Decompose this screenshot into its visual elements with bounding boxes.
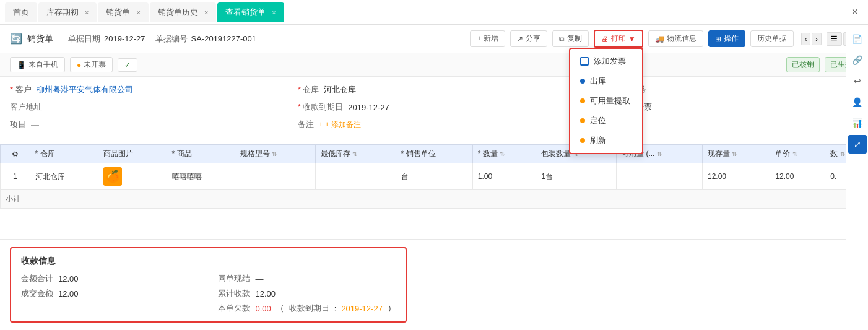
dropdown-out-stock[interactable]: 出库 <box>570 71 642 91</box>
sidebar-user-icon[interactable]: 👤 <box>848 93 867 111</box>
address-label: 客户地址 <box>10 102 42 113</box>
row-pack-qty: 1台 <box>536 163 617 190</box>
sold-badge: 已核销 <box>786 57 820 72</box>
print-button[interactable]: 🖨 打印 ▼ <box>594 30 643 48</box>
dropdown-add-invoice[interactable]: 添加发票 <box>570 51 642 71</box>
same-order-row: 同单现结 — <box>218 273 395 284</box>
row-current-stock: 12.00 <box>702 163 770 190</box>
cumulative-payment-row: 累计收款 12.00 <box>218 288 395 299</box>
tab-view-sales-close[interactable]: × <box>272 9 276 16</box>
payment-info: 收款信息 金额合计 12.00 同单现结 — 成交金额 12.00 累计收款 1… <box>10 247 407 323</box>
not-open-btn[interactable]: ● 未开票 <box>70 57 113 72</box>
locate-label: 定位 <box>590 115 606 126</box>
logistics-icon: 🚚 <box>655 35 664 43</box>
operations-label: 操作 <box>724 33 739 44</box>
add-note-btn[interactable]: + + 添加备注 <box>319 119 361 130</box>
col-unit-price: 单价 ⇅ <box>770 145 825 163</box>
warehouse-label: 仓库 <box>298 84 319 95</box>
tab-sales-history-close[interactable]: × <box>204 9 208 16</box>
from-phone-label: 来自手机 <box>28 59 58 70</box>
new-button[interactable]: + 新增 <box>470 30 505 47</box>
customer-value[interactable]: 柳州粤港平安气体有限公司 <box>37 84 133 95</box>
row-unit-price: 12.00 <box>770 163 825 190</box>
col-warehouse: * 仓库 <box>30 145 98 163</box>
col-product: * 商品 <box>167 145 235 163</box>
col-quantity: * 数量 ⇅ <box>472 145 536 163</box>
tab-view-sales-label: 查看销货单 <box>225 7 266 18</box>
prev-button[interactable]: ‹ <box>801 33 811 45</box>
tab-inventory-init[interactable]: 库存期初 × <box>38 2 97 22</box>
tab-sales-order-close[interactable]: × <box>136 9 140 16</box>
sidebar-chart-icon[interactable]: 📊 <box>848 114 867 132</box>
same-order-value: — <box>255 274 263 284</box>
list-view-btn[interactable]: ☰ <box>827 32 842 46</box>
dropdown-refresh[interactable]: 刷新 <box>570 131 642 150</box>
col-spec-label: 规格型号 <box>240 149 270 158</box>
add-note-icon: + <box>319 120 323 129</box>
due-date-value[interactable]: 2019-12-27 <box>341 304 383 313</box>
product-img-icon: 🍊 <box>106 170 119 183</box>
doc-number-field: 单据编号 SA-20191227-001 <box>155 33 257 45</box>
tab-inventory-init-close[interactable]: × <box>85 9 89 16</box>
dropdown-locate[interactable]: 定位 <box>570 111 642 131</box>
doc-number-label: 单据编号 <box>155 33 188 45</box>
from-phone-btn[interactable]: 📱 来自手机 <box>10 57 65 72</box>
not-open-label: 未开票 <box>84 59 106 70</box>
current-arrears-row: 本单欠款 0.00 （ 收款到期日 : 2019-12-27 ） <box>218 303 395 314</box>
col-spec-sort: ⇅ <box>272 150 277 157</box>
col-warehouse-label: * 仓库 <box>35 149 55 158</box>
row-min-stock <box>315 163 396 190</box>
col-settings[interactable]: ⚙ <box>1 145 30 163</box>
operations-button[interactable]: ⊞ 操作 <box>708 30 745 47</box>
sidebar-link-icon[interactable]: 🔗 <box>848 51 867 69</box>
out-stock-icon <box>580 79 585 84</box>
row-quantity: 1.00 <box>472 163 536 190</box>
print-icon: 🖨 <box>601 35 609 43</box>
next-button[interactable]: › <box>812 33 822 45</box>
print-label: 打印 <box>611 33 626 44</box>
address-value: — <box>47 103 55 112</box>
total-amount-value: 12.00 <box>58 274 79 284</box>
col-available-sort: ⇅ <box>657 150 662 157</box>
form-row-1: 客户 柳州粤港平安气体有限公司 仓库 河北仓库 业务员 演示账号 <box>10 84 858 95</box>
share-button[interactable]: ↗ 分享 <box>510 30 547 47</box>
tab-sales-order-label: 销货单 <box>106 7 130 18</box>
history-label: 历史单据 <box>757 33 787 44</box>
bottom-area: 收款信息 金额合计 12.00 同单现结 — 成交金额 12.00 累计收款 1… <box>0 239 868 330</box>
col-sales-unit: * 销售单位 <box>396 145 472 163</box>
page-close-btn[interactable]: × <box>846 6 863 19</box>
history-button[interactable]: 历史单据 <box>750 30 794 47</box>
col-unit-price-label: 单价 <box>775 149 790 158</box>
operations-icon: ⊞ <box>715 35 721 43</box>
logistics-button[interactable]: 🚚 物流信息 <box>648 30 703 47</box>
col-min-stock: 最低库存 ⇅ <box>315 145 396 163</box>
due-date-label: 收款到期日 <box>289 303 329 314</box>
tab-sales-history[interactable]: 销货单历史 × <box>150 2 216 22</box>
sidebar-return-icon[interactable]: ↩ <box>848 72 867 90</box>
col-amount-label: 数 <box>830 149 838 158</box>
total-amount-label: 金额合计 <box>21 273 53 284</box>
confirm-btn[interactable]: ✓ <box>118 58 137 72</box>
print-dropdown-icon: ▼ <box>628 35 636 43</box>
due-date-colon: : <box>334 304 337 313</box>
copy-button[interactable]: ⧉ 复制 <box>552 30 589 47</box>
phone-icon: 📱 <box>17 61 26 69</box>
row-available <box>617 163 703 190</box>
payment-date-label: 收款到期日 <box>298 102 344 113</box>
col-quantity-sort: ⇅ <box>500 150 505 157</box>
logistics-label: 物流信息 <box>667 33 697 44</box>
tab-sales-order[interactable]: 销货单 × <box>98 2 148 22</box>
doc-icon: 🔄 <box>10 33 22 45</box>
tab-view-sales[interactable]: 查看销货单 × <box>217 2 284 22</box>
doc-date-value: 2019-12-27 <box>104 34 145 43</box>
dropdown-available-qty[interactable]: 可用量提取 <box>570 91 642 111</box>
available-qty-icon <box>580 98 585 103</box>
not-open-icon: ● <box>77 61 81 69</box>
tab-home[interactable]: 首页 <box>5 2 37 22</box>
sidebar-doc-icon[interactable]: 📄 <box>848 30 867 48</box>
sidebar-expand-icon[interactable]: ⤢ <box>848 135 867 154</box>
nav-arrows: ‹ › <box>801 33 822 45</box>
subtotal-label: 小计 <box>1 190 868 209</box>
refresh-label: 刷新 <box>590 135 606 146</box>
locate-icon <box>580 118 585 123</box>
